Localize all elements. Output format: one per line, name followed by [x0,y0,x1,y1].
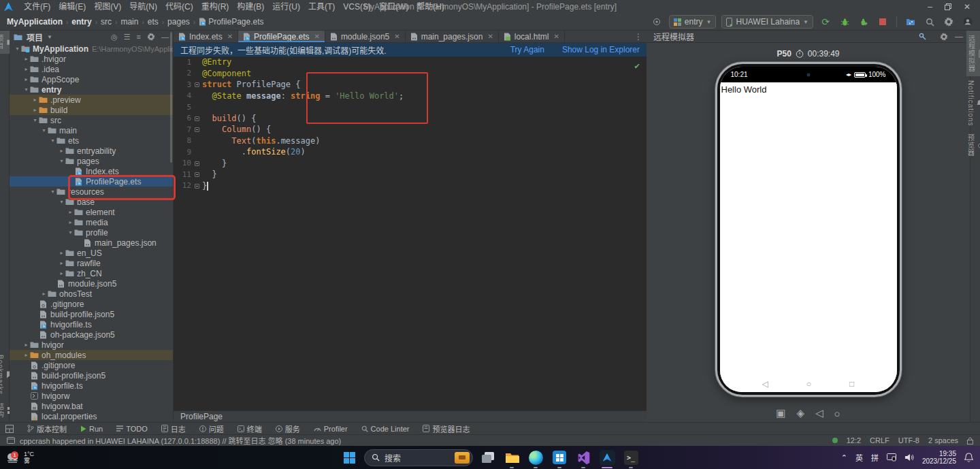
menu-视图(V)[interactable]: 视图(V) [90,0,125,14]
device-select[interactable]: HUAWEI Lahaina ▼ [721,15,813,29]
profiler-button[interactable] [857,15,870,29]
tree-row[interactable]: ▸.idea [10,64,173,74]
inspection-ok-icon[interactable]: ✔ [634,61,640,71]
taskbar-app-terminal[interactable]: >_ [622,449,640,466]
menu-编辑(E)[interactable]: 编辑(E) [54,0,90,14]
fold-marker-icon[interactable] [191,181,202,191]
collapsed-arrow-icon[interactable]: ▸ [58,260,65,266]
run-toolwindow-tab[interactable]: ProfilePage [174,410,647,422]
indent-style[interactable]: 2 spaces [928,436,958,444]
notification-bell-icon[interactable] [964,453,973,462]
tree-row[interactable]: tsProfilePage.ets [10,176,173,187]
toolstrip-Notifications[interactable]: Notifications [967,76,980,130]
ime-lang-indicator[interactable]: 英 [855,452,863,463]
tree-row[interactable]: local.properties [10,411,173,421]
expanded-arrow-icon[interactable]: ▾ [31,117,39,123]
expanded-arrow-icon[interactable]: ▾ [49,189,56,195]
locate-file-icon[interactable]: ◎ [111,33,118,42]
settings-gear-icon[interactable] [942,15,956,29]
tree-row[interactable]: ▸entryability [10,146,173,156]
debug-button[interactable] [838,15,851,29]
hide-panel-icon[interactable]: — [161,33,169,41]
toolwindow-版本控制[interactable]: 版本控制 [27,423,67,434]
device-file-browser-icon[interactable] [904,15,917,29]
menu-导航(N)[interactable]: 导航(N) [125,0,161,14]
menu-运行(U)[interactable]: 运行(U) [268,0,304,14]
weather-widget[interactable]: 1 1°C 雾 [0,451,34,464]
taskbar-app-explorer[interactable] [503,449,521,466]
toolstrip-预览器[interactable]: 预览器 [966,130,980,161]
project-view-selector[interactable]: 项目 [27,31,43,43]
expanded-arrow-icon[interactable]: ▾ [49,138,56,144]
menu-代码(C)[interactable]: 代码(C) [161,0,197,14]
tab-local.html[interactable]: local.html✕ [499,31,565,42]
toolwindow-switcher-icon[interactable] [5,425,14,433]
tree-row[interactable]: ▾src [10,115,173,125]
run-config-select[interactable]: entry ▼ [669,15,717,29]
tree-row[interactable]: ▸.hvigor [10,54,173,64]
toolwindow-Run[interactable]: Run [80,423,103,434]
taskbar-app-visualstudio[interactable] [574,449,592,466]
tree-row[interactable]: ▸media [10,217,173,227]
stop-button[interactable] [876,15,889,29]
tree-row[interactable]: .gitignore [10,299,173,309]
fold-marker-icon[interactable] [191,114,202,123]
toolwindow-日志[interactable]: 日志 [161,423,186,434]
breadcrumb-item[interactable]: tsProfilePage.ets [197,17,265,27]
screenshot-icon[interactable]: ▣ [776,407,785,419]
close-button[interactable]: ✕ [964,0,970,14]
rerun-button[interactable]: ⟳ [819,15,832,29]
toolwindow-问题[interactable]: 问题 [199,423,224,434]
toolwindow-Code Linter[interactable]: Code Linter [361,423,410,434]
rotate-icon[interactable]: ◈ [797,407,805,419]
tab-close-icon[interactable]: ✕ [394,33,399,40]
panel-settings-gear-icon[interactable] [147,33,155,41]
toolwindow-服务[interactable]: 服务 [276,423,300,434]
tab-close-icon[interactable]: ✕ [314,33,319,40]
project-scrollbar[interactable] [170,32,172,163]
cast-icon[interactable] [887,453,896,462]
tree-row[interactable]: build-profile.json5 [10,370,173,381]
taskbar-search[interactable]: 搜索 [364,449,473,466]
tree-row[interactable]: ▸zh_CN [10,268,173,278]
tab-close-icon[interactable]: ✕ [227,33,233,40]
phone-home-icon[interactable]: ○ [806,379,811,389]
status-message[interactable]: cppcrash happened in HUAWEI LAHAINA (127… [20,435,341,446]
menu-重构(R)[interactable]: 重构(R) [197,0,233,14]
collapsed-arrow-icon[interactable]: ▸ [22,56,30,62]
tree-row[interactable]: ▸rawfile [10,258,173,268]
tree-row[interactable]: ▾resources [10,187,173,197]
tree-row[interactable]: tshvigorfile.ts [10,381,173,391]
expand-all-icon[interactable]: ≡ [137,33,141,41]
tree-row[interactable]: hvigorw.bat [10,401,173,411]
tree-row[interactable]: tsIndex.ets [10,166,173,176]
taskbar-app-deveco[interactable] [598,449,616,466]
collapsed-arrow-icon[interactable]: ▸ [67,219,74,225]
tree-row[interactable]: ▸.preview [10,95,173,105]
tree-row[interactable]: ▸oh_modules [10,350,173,360]
emulator-home-icon[interactable]: ○ [834,408,840,419]
tree-row[interactable]: tshvigorfile.ts [10,319,173,329]
event-log-icon[interactable] [7,437,15,444]
fold-marker-icon[interactable] [191,159,202,168]
taskbar-app-edge[interactable] [527,449,544,466]
expanded-arrow-icon[interactable]: ▾ [58,158,65,164]
toolwindow-终端[interactable]: 终端 [238,423,262,434]
tree-row[interactable]: ▸hvigor [10,340,173,350]
tree-row[interactable]: build-profile.json5 [10,309,173,319]
expanded-arrow-icon[interactable]: ▾ [40,127,48,133]
collapsed-arrow-icon[interactable]: ▸ [22,76,30,82]
tree-row[interactable]: ▾profile [10,227,173,238]
tree-row[interactable]: hvigorw [10,391,173,401]
toolstrip-远程模拟器[interactable]: 远程模拟器 [966,31,980,76]
tab-main_pages.json[interactable]: main_pages.json✕ [406,31,499,42]
collapsed-arrow-icon[interactable]: ▸ [31,107,39,113]
tree-row[interactable]: ▾pages [10,156,173,166]
pin-icon[interactable] [919,33,926,40]
tree-row[interactable]: ▾MyApplicationE:\HarmonyOS\MyApplication [10,44,173,54]
menu-构建(B)[interactable]: 构建(B) [233,0,268,14]
menu-文件(F)[interactable]: 文件(F) [20,0,54,14]
tree-row[interactable]: ▸en_US [10,248,173,258]
readonly-lock-icon[interactable] [967,437,973,444]
tab-close-icon[interactable]: ✕ [487,33,493,40]
